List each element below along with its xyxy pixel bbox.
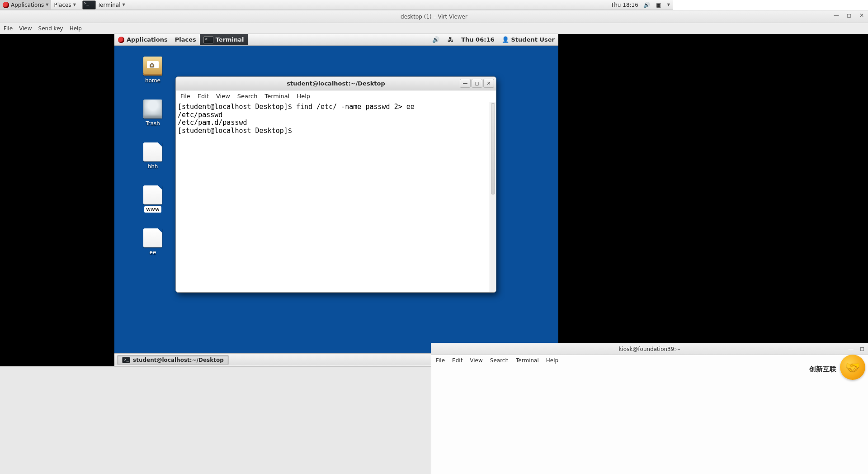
guest-network-indicator[interactable]: 🖧	[443, 34, 458, 45]
file-icon	[143, 228, 162, 247]
term-menu-view[interactable]: View	[216, 93, 230, 100]
guest-top-panel: Applications Places Terminal 🔊 🖧 Thu 06:…	[114, 34, 558, 46]
host-terminal-menubar: File Edit View Search Terminal Help	[431, 355, 868, 366]
chevron-down-icon: ▼	[73, 3, 76, 7]
guest-clock[interactable]: Thu 06:16	[458, 34, 498, 45]
host-clock[interactable]: Thu 18:16	[608, 0, 641, 9]
minimize-button[interactable]: —	[848, 346, 854, 352]
guest-applications-menu[interactable]: Applications	[114, 34, 171, 45]
desktop-icon-home[interactable]: home	[137, 57, 169, 84]
guest-terminal-menubar: File Edit View Search Terminal Help	[176, 90, 496, 102]
minimize-button[interactable]: —	[460, 79, 471, 88]
volume-icon: 🔊	[644, 2, 650, 8]
guest-places-menu[interactable]: Places	[171, 34, 200, 45]
host-taskbar-terminal-label: Terminal	[98, 2, 121, 8]
host-places-menu[interactable]: Places ▼	[51, 0, 78, 9]
hostterm-menu-edit[interactable]: Edit	[452, 357, 462, 364]
terminal-icon	[82, 0, 96, 9]
desktop-icon-label: hhh	[148, 163, 158, 170]
vv-menu-view[interactable]: View	[19, 25, 32, 32]
close-button[interactable]: ✕	[483, 79, 494, 88]
watermark-badge-icon: 🤝	[840, 355, 865, 380]
host-terminal-title: kiosk@foundation39:~	[619, 346, 681, 352]
guest-applications-label: Applications	[127, 36, 168, 43]
guest-viewport: Applications Places Terminal 🔊 🖧 Thu 06:…	[0, 34, 868, 366]
taskbar-button-terminal[interactable]: student@localhost:~/Desktop	[117, 355, 229, 365]
host-battery-indicator[interactable]: ▣	[653, 0, 665, 9]
battery-icon: ▣	[656, 2, 662, 8]
guest-volume-indicator[interactable]: 🔊	[429, 34, 443, 45]
host-terminal-titlebar[interactable]: kiosk@foundation39:~ — ◻	[431, 343, 868, 355]
term-menu-help[interactable]: Help	[297, 93, 310, 100]
user-icon: 👤	[502, 36, 509, 43]
host-places-label: Places	[54, 2, 71, 8]
scrollbar[interactable]	[490, 102, 496, 292]
watermark: 创新互联 🤝	[840, 355, 865, 380]
chevron-down-icon: ▼	[123, 3, 125, 7]
guest-places-label: Places	[175, 36, 196, 43]
desktop-icon-trash[interactable]: Trash	[137, 100, 169, 127]
vv-menu-file[interactable]: File	[4, 25, 13, 32]
guest-terminal-title: student@localhost:~/Desktop	[287, 80, 385, 87]
watermark-label: 创新互联	[809, 365, 836, 374]
virt-viewer-menubar: File View Send key Help	[0, 23, 868, 34]
virt-viewer-titlebar[interactable]: desktop (1) – Virt Viewer — ◻ ✕	[0, 10, 868, 23]
guest-terminal-titlebar[interactable]: student@localhost:~/Desktop — ◻ ✕	[176, 77, 496, 90]
guest-user-label: Student User	[511, 36, 555, 43]
maximize-button[interactable]: ◻	[472, 79, 482, 88]
redhat-icon	[118, 37, 124, 43]
maximize-button[interactable]: ◻	[845, 12, 853, 19]
host-taskbar-terminal[interactable]: Terminal ▼	[80, 0, 128, 9]
taskbar-button-label: student@localhost:~/Desktop	[133, 357, 224, 363]
maximize-button[interactable]: ◻	[860, 346, 864, 352]
hostterm-menu-file[interactable]: File	[436, 357, 445, 364]
terminal-icon	[203, 36, 213, 43]
host-terminal-window[interactable]: kiosk@foundation39:~ — ◻ File Edit View …	[431, 343, 868, 474]
vv-menu-help[interactable]: Help	[70, 25, 82, 32]
redhat-icon	[3, 2, 9, 8]
term-menu-file[interactable]: File	[180, 93, 190, 100]
desktop-icon-label: home	[145, 77, 160, 84]
guest-terminal-output[interactable]: [student@localhost Desktop]$ find /etc/ …	[176, 102, 490, 292]
host-volume-indicator[interactable]: 🔊	[641, 0, 653, 9]
desktop-icon-label: Trash	[146, 120, 160, 127]
desktop-icon-www[interactable]: www	[137, 185, 169, 213]
terminal-icon	[122, 357, 130, 363]
hostterm-menu-terminal[interactable]: Terminal	[516, 357, 539, 364]
hostterm-menu-view[interactable]: View	[470, 357, 482, 364]
chevron-down-icon: ▼	[46, 3, 48, 7]
host-panel-blank	[673, 0, 868, 10]
guest-clock-label: Thu 06:16	[461, 36, 494, 43]
term-menu-edit[interactable]: Edit	[198, 93, 209, 100]
guest-terminal-body: [student@localhost Desktop]$ find /etc/ …	[176, 102, 496, 292]
hostterm-menu-help[interactable]: Help	[546, 357, 558, 364]
volume-icon: 🔊	[432, 36, 439, 43]
network-icon: 🖧	[447, 36, 454, 43]
term-menu-terminal[interactable]: Terminal	[264, 93, 289, 100]
virt-viewer-window: desktop (1) – Virt Viewer — ◻ ✕ File Vie…	[0, 10, 868, 366]
file-icon	[143, 142, 162, 161]
guest-desktop[interactable]: Applications Places Terminal 🔊 🖧 Thu 06:…	[114, 34, 558, 366]
desktop-icon-label: ee	[150, 249, 156, 256]
minimize-button[interactable]: —	[833, 12, 840, 19]
desktop-icon-ee[interactable]: ee	[137, 228, 169, 256]
desktop-icon-hhh[interactable]: hhh	[137, 142, 169, 170]
chevron-down-icon: ▼	[667, 3, 670, 7]
host-power-menu[interactable]: ▼	[665, 0, 673, 9]
hostterm-menu-search[interactable]: Search	[490, 357, 509, 364]
close-button[interactable]: ✕	[858, 12, 865, 19]
host-top-panel: Applications ▼ Places ▼ Terminal ▼ Thu 1…	[0, 0, 673, 10]
guest-terminal-window[interactable]: student@localhost:~/Desktop — ◻ ✕ File E…	[175, 76, 496, 293]
vv-menu-sendkey[interactable]: Send key	[38, 25, 63, 32]
desktop-icon-label: www	[144, 206, 161, 213]
guest-task-terminal[interactable]: Terminal	[200, 34, 248, 45]
guest-task-terminal-label: Terminal	[216, 36, 244, 43]
host-clock-label: Thu 18:16	[611, 2, 638, 8]
folder-home-icon	[143, 57, 162, 76]
guest-user-menu[interactable]: 👤 Student User	[498, 34, 558, 45]
guest-bottom-taskbar: student@localhost:~/Desktop	[114, 353, 432, 366]
trash-icon	[143, 100, 162, 118]
file-icon	[143, 185, 162, 204]
term-menu-search[interactable]: Search	[237, 93, 258, 100]
host-applications-menu[interactable]: Applications ▼	[0, 0, 51, 9]
